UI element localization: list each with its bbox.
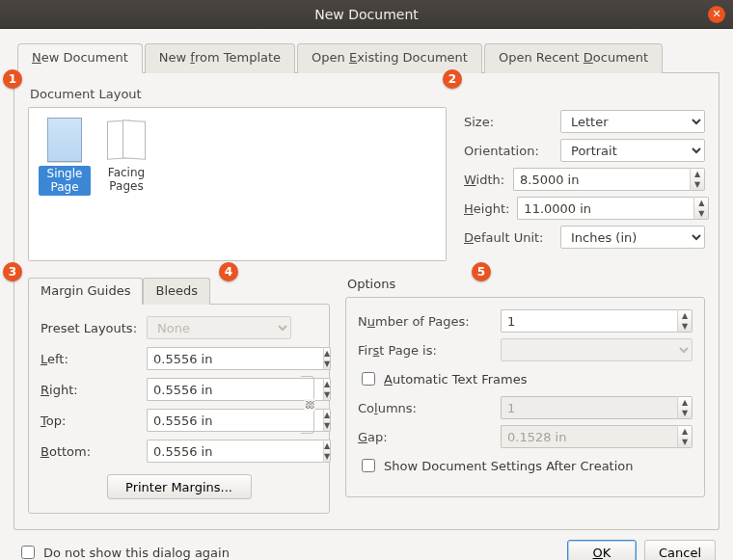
preset-label: Preset Layouts:	[41, 321, 147, 335]
ok-button[interactable]: OK	[567, 540, 637, 560]
tab-margin-guides[interactable]: Margin Guides	[28, 278, 143, 305]
height-input[interactable]	[517, 197, 693, 220]
show-after-checkbox[interactable]	[362, 459, 375, 472]
down-arrow-icon[interactable]: ▼	[694, 208, 708, 219]
firstpage-label: First Page is:	[358, 343, 493, 358]
up-arrow-icon[interactable]: ▲	[691, 169, 704, 179]
layout-single-page[interactable]: Single Page	[39, 118, 91, 196]
layout-facing-pages[interactable]: Facing Pages	[100, 118, 152, 194]
width-spinner[interactable]: ▲▼	[513, 168, 705, 191]
auto-frames-label[interactable]: Automatic Text Frames	[384, 372, 528, 387]
document-layout-heading: Document Layout	[30, 87, 447, 101]
show-after-label[interactable]: Show Document Settings After Creation	[384, 459, 634, 473]
gap-input	[501, 425, 677, 448]
width-input[interactable]	[513, 168, 690, 191]
page-properties: Size: Letter Orientation: Portrait Width…	[464, 87, 705, 254]
npages-input[interactable]	[501, 309, 677, 333]
margin-top-input[interactable]	[147, 409, 323, 432]
chain-link-icon[interactable]	[301, 376, 314, 434]
margin-bottom-label: Bottom:	[41, 444, 147, 459]
up-arrow-icon[interactable]: ▲	[694, 198, 708, 208]
callout-3: 3	[3, 262, 22, 281]
margin-left-input[interactable]	[147, 347, 323, 370]
size-label: Size:	[464, 115, 553, 129]
orientation-label: Orientation:	[464, 144, 553, 158]
default-unit-select[interactable]: Inches (in)	[560, 226, 705, 249]
single-page-icon	[47, 118, 82, 162]
tab-bleeds[interactable]: Bleeds	[143, 278, 210, 305]
cancel-button[interactable]: Cancel	[644, 540, 716, 560]
layout-choices: Single Page Facing Pages	[28, 107, 447, 261]
npages-label: Number of Pages:	[358, 314, 493, 329]
width-label: Width:	[464, 173, 505, 187]
main-tabs: New Document New from Template Open Exis…	[14, 42, 719, 73]
auto-frames-checkbox[interactable]	[362, 372, 375, 386]
margin-left-label: Left:	[41, 352, 147, 366]
callout-2: 2	[443, 69, 462, 89]
tab-new-from-template[interactable]: New from Template	[145, 43, 295, 73]
callout-5: 5	[472, 262, 491, 281]
orientation-select[interactable]: Portrait	[560, 139, 705, 162]
callout-4: 4	[219, 262, 238, 281]
gap-spinner: ▲▼	[501, 425, 692, 448]
columns-input	[501, 396, 677, 419]
margin-top-label: Top:	[41, 413, 147, 428]
printer-margins-button[interactable]: Printer Margins...	[107, 474, 252, 499]
margin-pane: Preset Layouts: None Left: ▲▼ Right:	[28, 304, 330, 514]
size-select[interactable]: Letter	[560, 110, 705, 133]
options-heading: Options	[347, 277, 705, 291]
facing-pages-icon	[107, 118, 146, 162]
layout-facing-pages-label: Facing Pages	[108, 166, 145, 193]
tab-new-document[interactable]: New Document	[17, 43, 143, 73]
gap-label: Gap:	[358, 430, 493, 444]
margin-bottom-input[interactable]	[147, 440, 323, 463]
margin-right-label: Right:	[41, 383, 147, 397]
preset-select: None	[147, 316, 291, 339]
height-label: Height:	[464, 201, 509, 216]
margin-subtabs: Margin Guides Bleeds	[28, 277, 330, 304]
firstpage-select	[501, 338, 692, 361]
margin-right-input[interactable]	[147, 378, 323, 401]
margin-left-spinner[interactable]: ▲▼	[147, 347, 291, 370]
height-spinner[interactable]: ▲▼	[517, 197, 709, 220]
titlebar: New Document ✕	[0, 0, 733, 29]
options-pane: Number of Pages: ▲▼ First Page is:	[345, 297, 705, 497]
dont-show-checkbox[interactable]	[21, 546, 35, 559]
main-pane: 1 2 3 4 5 Document Layout Single Page Fa…	[14, 73, 719, 530]
default-unit-label: Default Unit:	[464, 230, 553, 245]
dialog-footer: Do not show this dialog again OK Cancel	[14, 530, 719, 560]
margin-right-spinner[interactable]: ▲▼	[147, 378, 291, 401]
layout-single-page-label: Single Page	[39, 166, 91, 196]
columns-spinner: ▲▼	[501, 396, 692, 419]
columns-label: Columns:	[358, 401, 493, 415]
window-title: New Document	[314, 7, 419, 22]
tab-open-recent[interactable]: Open Recent Document	[484, 43, 663, 73]
dialog-content: New Document New from Template Open Exis…	[0, 29, 733, 560]
close-icon[interactable]: ✕	[708, 6, 725, 23]
down-arrow-icon[interactable]: ▼	[691, 179, 704, 190]
npages-spinner[interactable]: ▲▼	[501, 309, 692, 333]
callout-1: 1	[3, 69, 22, 89]
dont-show-label[interactable]: Do not show this dialog again	[43, 546, 230, 560]
margin-bottom-spinner[interactable]: ▲▼	[147, 440, 291, 463]
margin-top-spinner[interactable]: ▲▼	[147, 409, 291, 432]
